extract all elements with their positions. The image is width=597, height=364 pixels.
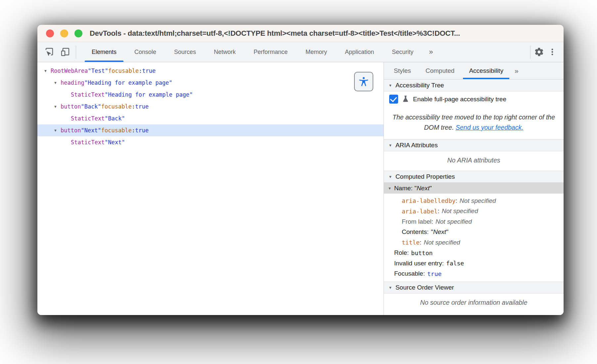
property-label: aria-labelledby [402, 197, 456, 204]
computed-property-invalid-user-entry: Invalid user entry:false [384, 258, 564, 269]
title-bar: DevTools - data:text/html;charset=utf-8,… [37, 25, 564, 42]
tab-elements[interactable]: Elements [83, 42, 125, 62]
property-label: Contents [402, 228, 427, 236]
property-label: title [402, 239, 420, 246]
property-colon: : [442, 260, 444, 267]
device-toolbar-icon[interactable] [59, 45, 72, 59]
tree-node-name: "Back" [105, 115, 125, 122]
tree-role: button [61, 103, 81, 110]
computed-property-focusable: Focusable:true [384, 269, 564, 279]
sidebar-tab-styles[interactable]: Styles [387, 62, 418, 79]
tree-role: StaticText [71, 91, 105, 98]
section-header-computed-properties[interactable]: ▼ Computed Properties [384, 171, 564, 183]
tree-role: heading [61, 79, 84, 86]
chevron-down-icon: ▼ [388, 186, 391, 190]
main-tab-strip: ElementsConsoleSourcesNetworkPerformance… [83, 42, 422, 62]
expander-triangle-icon[interactable]: ▼ [40, 69, 51, 73]
tab-console[interactable]: Console [125, 42, 165, 62]
section-header-aria-attributes[interactable]: ▼ ARIA Attributes [384, 139, 564, 151]
tab-memory[interactable]: Memory [297, 42, 336, 62]
property-label: Focusable [394, 270, 423, 277]
devtools-window: DevTools - data:text/html;charset=utf-8,… [37, 25, 564, 315]
chevron-down-icon: ▼ [389, 143, 392, 147]
enable-fullpage-a11y-checkbox[interactable] [389, 95, 398, 104]
tree-role: StaticText [71, 115, 105, 122]
sidebar-tab-accessibility[interactable]: Accessibility [462, 62, 510, 79]
computed-properties-list: aria-labelledby:Not specifiedaria-label:… [384, 194, 564, 282]
minimize-window-button[interactable] [60, 29, 68, 37]
accessibility-toggle-button[interactable] [354, 72, 373, 91]
property-value: true [427, 270, 441, 277]
sidebar-tab-computed[interactable]: Computed [418, 62, 462, 79]
section-header-source-order-viewer[interactable]: ▼ Source Order Viewer [384, 282, 564, 294]
computed-property-title: title:Not specified [384, 237, 564, 248]
tree-row-statictext-next[interactable]: StaticText "Next" [37, 136, 384, 148]
property-value: Not specified [424, 239, 460, 246]
property-value: Not specified [460, 197, 496, 205]
tree-row-heading-heading-for-example-page[interactable]: ▼heading "Heading for example page" [37, 77, 384, 89]
more-tabs-button[interactable]: » [422, 42, 439, 62]
feedback-link[interactable]: Send us your feedback. [456, 124, 524, 131]
elements-accessibility-tree-pane: ▼RootWebArea "Test" focusable: true▼head… [37, 62, 384, 315]
property-colon: : [423, 270, 425, 277]
traffic-lights [46, 29, 82, 37]
tree-node-name: "Test" [88, 68, 108, 74]
computed-name-row[interactable]: ▼ Name: "Next" [384, 183, 564, 194]
tree-row-statictext-back[interactable]: StaticText "Back" [37, 113, 384, 124]
expander-triangle-icon[interactable]: ▼ [50, 128, 61, 132]
a11y-tree-moved-message: The accessibility tree moved to the top … [389, 112, 558, 133]
tree-attribute: focusable [108, 68, 139, 74]
property-colon: : [407, 249, 409, 256]
expander-triangle-icon[interactable]: ▼ [50, 81, 61, 85]
tree-node-name: "Next" [81, 127, 101, 134]
experiment-flask-icon [401, 95, 410, 103]
window-title: DevTools - data:text/html;charset=utf-8,… [90, 29, 460, 38]
tree-row-button-back[interactable]: ▼button "Back" focusable: true [37, 101, 384, 113]
section-header-accessibility-tree[interactable]: ▼ Accessibility Tree [384, 79, 564, 91]
tree-node-name: "Back" [81, 103, 101, 110]
devtools-toolbar: ElementsConsoleSourcesNetworkPerformance… [37, 42, 564, 62]
property-label: From label [402, 218, 432, 225]
expander-triangle-icon[interactable]: ▼ [50, 105, 61, 109]
tab-network[interactable]: Network [205, 42, 245, 62]
sidebar-tab-strip: StylesComputedAccessibility» [384, 62, 564, 79]
settings-gear-icon[interactable] [532, 45, 546, 59]
kebab-menu-icon[interactable] [546, 45, 559, 59]
tree-row-rootwebarea-test[interactable]: ▼RootWebArea "Test" focusable: true [37, 65, 384, 77]
toolbar-right-separator [530, 45, 530, 59]
property-value: false [446, 260, 464, 267]
tree-role: RootWebArea [51, 68, 88, 74]
accessibility-person-icon [358, 76, 369, 87]
tree-role: StaticText [71, 139, 105, 146]
close-window-button[interactable] [46, 29, 54, 37]
tree-colon: : [132, 103, 135, 110]
property-value: "Next" [431, 228, 448, 236]
computed-property-contents: Contents:"Next" [384, 227, 564, 238]
property-colon: : [427, 228, 429, 236]
tree-node-name: "Next" [105, 139, 125, 146]
tree-node-name: "Heading for example page" [84, 79, 172, 86]
tree-row-statictext-heading-for-example-page[interactable]: StaticText "Heading for example page" [37, 89, 384, 101]
property-value: Not specified [436, 218, 472, 225]
accessibility-tree: ▼RootWebArea "Test" focusable: true▼head… [37, 65, 384, 148]
toolbar-separator [76, 45, 76, 59]
tab-performance[interactable]: Performance [245, 42, 297, 62]
inspect-icon[interactable] [43, 45, 56, 59]
tab-security[interactable]: Security [383, 42, 422, 62]
tab-application[interactable]: Application [336, 42, 383, 62]
no-aria-attributes-message: No ARIA attributes [384, 151, 564, 171]
property-colon: : [420, 239, 421, 246]
chevron-down-icon: ▼ [389, 175, 392, 179]
computed-property-aria-labelledby: aria-labelledby:Not specified [384, 196, 564, 206]
tree-row-button-next[interactable]: ▼button "Next" focusable: true [37, 124, 384, 136]
accessibility-sidebar: StylesComputedAccessibility» ▼ Accessibi… [384, 62, 564, 315]
computed-property-role: Role:button [384, 248, 564, 258]
tree-role: button [61, 127, 81, 134]
chevron-down-icon: ▼ [389, 286, 392, 290]
tab-sources[interactable]: Sources [165, 42, 205, 62]
computed-property-from-label: From label:Not specified [384, 216, 564, 227]
tree-attribute: focusable [101, 103, 132, 110]
tree-node-name: "Heading for example page" [105, 91, 193, 98]
zoom-window-button[interactable] [74, 29, 82, 37]
sidebar-more-tabs-button[interactable]: » [511, 62, 523, 79]
